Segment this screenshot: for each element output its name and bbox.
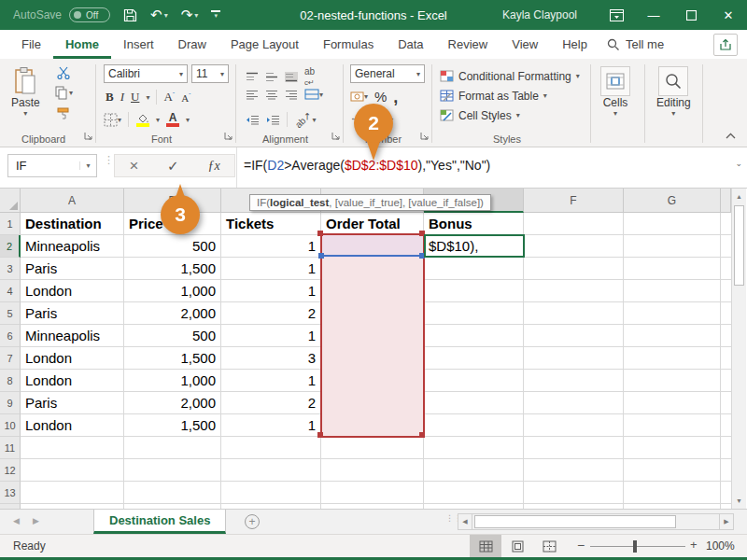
format-painter-button[interactable] <box>54 106 73 120</box>
vertical-scrollbar[interactable]: ▲ ▼ <box>731 189 746 509</box>
orientation-button[interactable]: ab↗ ▾ <box>294 115 317 125</box>
sheet-tab-destination-sales[interactable]: Destination Sales <box>93 510 226 534</box>
cell-C6[interactable]: 1 <box>221 325 321 347</box>
cell-B13[interactable] <box>124 482 221 504</box>
ribbon-tab-home[interactable]: Home <box>53 30 111 59</box>
cell-C5[interactable]: 2 <box>221 302 321 325</box>
insert-function-button[interactable]: ƒx <box>207 159 219 174</box>
bold-button[interactable]: B <box>106 90 114 105</box>
cell-B3[interactable]: 1,500 <box>124 258 221 280</box>
cell-E1[interactable]: Bonus <box>424 213 524 235</box>
italic-button[interactable]: I <box>120 90 124 105</box>
cell-A5[interactable]: Paris <box>21 302 124 325</box>
zoom-percentage[interactable]: 100% <box>706 539 735 553</box>
cell-D2[interactable]: 500 <box>321 235 424 258</box>
minimize-button[interactable]: — <box>635 0 672 30</box>
clipboard-dialog-launcher[interactable] <box>84 127 92 144</box>
cell-F11[interactable] <box>524 437 624 459</box>
cell-D9[interactable]: 4,000 <box>321 392 424 414</box>
cell-A8[interactable]: London <box>21 370 124 392</box>
ribbon-tab-file[interactable]: File <box>9 30 53 59</box>
align-left-icon[interactable] <box>246 90 259 100</box>
cell-A1[interactable]: Destination <box>21 213 124 235</box>
zoom-slider-thumb[interactable] <box>633 540 637 553</box>
row-header-8[interactable]: 8 <box>0 370 21 392</box>
normal-view-button[interactable] <box>470 535 501 558</box>
cell-E13[interactable] <box>424 482 524 504</box>
copy-button[interactable]: ▾ <box>54 86 73 100</box>
cell-G7[interactable] <box>624 347 721 370</box>
number-dialog-launcher[interactable] <box>420 127 429 144</box>
align-bottom-icon[interactable] <box>285 72 298 82</box>
cell-G6[interactable] <box>624 325 721 347</box>
cell-B6[interactable]: 500 <box>124 325 221 347</box>
ribbon-tab-formulas[interactable]: Formulas <box>311 30 386 59</box>
decrease-indent-icon[interactable] <box>246 115 260 125</box>
cell-E4[interactable] <box>424 280 524 302</box>
cell-F9[interactable] <box>524 392 624 414</box>
cell-C4[interactable]: 1 <box>221 280 321 302</box>
row-header-7[interactable]: 7 <box>0 347 21 370</box>
cell-C10[interactable]: 1 <box>221 414 321 437</box>
row-header-13[interactable]: 13 <box>0 482 21 504</box>
shrink-font-button[interactable]: Aˇ <box>181 91 190 104</box>
cell-G8[interactable] <box>624 370 721 392</box>
row-header-3[interactable]: 3 <box>0 258 21 280</box>
row-header-10[interactable]: 10 <box>0 414 21 437</box>
redo-button[interactable]: ↷▾ <box>181 7 199 23</box>
cell-D7[interactable]: 4,500 <box>321 347 424 370</box>
paste-button[interactable]: Paste ▾ <box>11 66 40 118</box>
percent-style-button[interactable]: % <box>374 89 387 105</box>
name-box[interactable]: IF ▾ <box>7 154 97 177</box>
fill-color-button[interactable] <box>135 113 149 127</box>
cell-D5[interactable]: 4,000 <box>321 302 424 325</box>
cell-E8[interactable] <box>424 370 524 392</box>
horizontal-scroll-thumb[interactable] <box>474 515 676 528</box>
cell-A3[interactable]: Paris <box>21 258 124 280</box>
expand-formula-bar-icon[interactable]: ⌄ <box>735 159 742 168</box>
cell-B12[interactable] <box>124 459 221 482</box>
row-header-12[interactable]: 12 <box>0 459 21 482</box>
cell-F3[interactable] <box>524 258 624 280</box>
cell-C12[interactable] <box>221 459 321 482</box>
share-button[interactable] <box>713 34 738 56</box>
cell-G3[interactable] <box>624 258 721 280</box>
cell-G11[interactable] <box>624 437 721 459</box>
cell-G5[interactable] <box>624 302 721 325</box>
horizontal-scrollbar[interactable]: ◀ ▶ <box>458 513 734 530</box>
cell-F5[interactable] <box>524 302 624 325</box>
user-name[interactable]: Kayla Claypool <box>502 8 577 21</box>
cell-G2[interactable] <box>624 235 721 258</box>
cell-C11[interactable] <box>221 437 321 459</box>
conditional-formatting-button[interactable]: Conditional Formatting ▾ <box>440 66 580 86</box>
cell-B5[interactable]: 2,000 <box>124 302 221 325</box>
font-name-combo[interactable]: Calibri▾ <box>104 64 188 83</box>
cell-E11[interactable] <box>424 437 524 459</box>
font-color-button[interactable]: A <box>166 113 179 127</box>
cell-A2[interactable]: Minneapolis <box>21 235 124 258</box>
ribbon-display-options-button[interactable] <box>598 0 635 30</box>
ribbon-tab-help[interactable]: Help <box>550 30 599 59</box>
align-top-icon[interactable] <box>246 72 259 82</box>
align-right-icon[interactable] <box>285 90 298 100</box>
cell-C7[interactable]: 3 <box>221 347 321 370</box>
save-button[interactable] <box>123 8 137 22</box>
customize-quick-access-button[interactable]: ▾ <box>211 10 220 20</box>
cells-button[interactable]: Cells ▾ <box>600 66 630 118</box>
name-box-dropdown-icon[interactable]: ▾ <box>79 161 96 170</box>
cell-G13[interactable] <box>624 482 721 504</box>
cell-A13[interactable] <box>21 482 124 504</box>
scroll-up-icon[interactable]: ▲ <box>732 189 746 204</box>
font-size-combo[interactable]: 11▾ <box>191 64 229 83</box>
cell-D11[interactable] <box>321 437 424 459</box>
cell-E3[interactable] <box>424 258 524 280</box>
ribbon-tab-page-layout[interactable]: Page Layout <box>218 30 311 59</box>
cell-A11[interactable] <box>21 437 124 459</box>
cell-C3[interactable]: 1 <box>221 258 321 280</box>
cell-B9[interactable]: 2,000 <box>124 392 221 414</box>
cell-B2[interactable]: 500 <box>124 235 221 258</box>
cell-C9[interactable]: 2 <box>221 392 321 414</box>
cell-A12[interactable] <box>21 459 124 482</box>
maximize-button[interactable] <box>672 0 710 30</box>
cell-D10[interactable]: 1,500 <box>321 414 424 437</box>
